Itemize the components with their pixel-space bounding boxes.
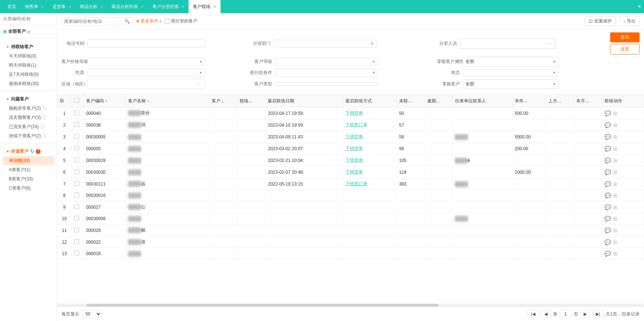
status-select[interactable]: ▼ [463,69,559,77]
more-conditions-btn[interactable]: ▼ 更多条件 ∧ [136,18,162,24]
sidebar-item-churned[interactable]: 已流失客户(24) ⓘ [3,122,54,131]
tab-home[interactable]: 首页 [3,0,21,13]
customer-level-select[interactable]: ▼ [275,58,378,66]
sidebar-item-class-c[interactable]: C类客户(6) [3,184,54,193]
sidebar-item-hoarding-abnormal[interactable]: 囤购异常客户(2) ⓘ [3,104,54,113]
manager-dots-icon[interactable]: ··· [545,40,553,47]
row-checkbox[interactable] [74,146,79,151]
grid-action-icon[interactable]: ⊞ [613,204,617,210]
row-checkbox[interactable] [74,110,79,115]
last-method-link[interactable]: 下销售订单 [345,122,367,127]
close-all-button[interactable]: × [638,3,641,10]
message-icon[interactable]: 💬 [605,239,611,245]
manager-select[interactable]: ··· [460,38,556,49]
grid-action-icon[interactable]: ⊞ [613,216,617,222]
last-page-button[interactable]: ▶| [592,310,603,318]
grid-action-icon[interactable]: ⊞ [613,227,617,233]
sidebar-item-class-b[interactable]: B类客户(33) [3,174,54,184]
row-checkbox[interactable] [74,134,79,139]
pending-contact-header[interactable]: ▼ 待联络客户 [3,42,54,52]
last-method-link[interactable]: 下销售订单 [345,181,367,186]
grid-action-icon[interactable]: ⊞ [613,146,617,152]
select-all-checkbox[interactable] [74,98,79,103]
region-select[interactable]: ··· [87,79,205,89]
message-icon[interactable]: 💬 [605,158,611,163]
price-level-select[interactable]: ▼ [87,58,205,66]
dept-select[interactable]: ▼ [274,40,377,47]
page-number-input[interactable] [560,310,571,318]
per-page-select[interactable]: 50 100 [81,310,102,318]
row-checkbox[interactable] [74,227,79,232]
problem-customers-header[interactable]: ▼ 问题客户 [3,95,54,104]
close-customer-segment-tab[interactable]: × [182,0,184,13]
row-checkbox[interactable] [74,158,79,162]
horizontal-scrollbar[interactable] [57,304,644,307]
tab-customer-contact[interactable]: 客户联络 × [189,0,220,13]
sort-name-icon[interactable]: ⇅ [147,99,149,103]
grid-action-icon[interactable]: ⊞ [613,181,617,187]
tab-purchase[interactable]: 进货单 × [48,0,75,13]
tab-goods-analysis-list[interactable]: 商品分析列表 × [107,0,148,13]
message-icon[interactable]: 💬 [605,181,611,187]
first-page-button[interactable]: |◀ [528,310,539,318]
message-icon[interactable]: 💬 [605,146,611,152]
search-input[interactable] [64,19,123,24]
close-customer-contact-tab[interactable]: × [214,0,216,13]
scroll-thumb[interactable] [87,304,439,307]
grid-action-icon[interactable]: ⊞ [613,239,617,245]
row-checkbox[interactable] [74,204,79,209]
sidebar-item-today-pending[interactable]: 今天待联络(0) [3,52,54,61]
reset-button[interactable]: 设置 [610,44,640,54]
value-customers-header[interactable]: ▼ 价值客户 ↻ ! [3,147,54,156]
grid-action-icon[interactable]: ⊞ [613,110,617,116]
message-icon[interactable]: 💬 [605,204,611,210]
region-dots-icon[interactable]: ··· [195,81,203,87]
row-checkbox[interactable] [74,251,79,255]
message-icon[interactable]: 💬 [605,122,611,128]
export-button[interactable]: ↑ 导出 [619,16,640,26]
retail-customer-select[interactable]: 全部 ▼ [463,79,559,89]
grid-action-icon[interactable]: ⊞ [613,122,617,128]
sidebar-item-tomorrow-pending[interactable]: 明天待联络(1) [3,61,54,70]
nature-select[interactable]: ▼ [87,69,205,77]
close-goods-analysis-list-tab[interactable]: × [141,0,143,13]
row-checkbox[interactable] [74,181,79,186]
tab-customer-segment[interactable]: 客户分层经客 × [148,0,189,13]
next-page-button[interactable]: ▶ [580,310,590,318]
my-customers-checkbox[interactable] [165,19,169,24]
sidebar-item-churn-warning[interactable]: 流失预警客户(3) ⓘ [3,113,54,122]
message-icon[interactable]: 💬 [605,227,611,233]
customer-type-select[interactable] [275,82,378,86]
grid-action-icon[interactable]: ⊞ [613,251,617,257]
tab-sales[interactable]: 销售单 × [21,0,48,13]
batch-ops-button[interactable]: ☑ 批量操作 [585,16,616,26]
message-icon[interactable]: 💬 [605,251,611,257]
sidebar-item-7day-pending[interactable]: 近7天待联络(0) [3,70,54,79]
prev-page-button[interactable]: ◀ [541,310,551,318]
search-icon[interactable]: 🔍 [124,19,130,24]
grid-action-icon[interactable]: ⊞ [613,193,617,198]
sidebar-item-class-a[interactable]: A类客户(1) [3,165,54,174]
tab-goods-analysis[interactable]: 商品分析 × [75,0,107,13]
my-customers-toggle[interactable]: 我分管的客户 [165,18,197,24]
payment-select[interactable]: ▼ [275,69,378,77]
close-purchase-tab[interactable]: × [68,0,71,13]
close-sales-tab[interactable]: × [41,0,43,13]
grid-action-icon[interactable]: ⊞ [613,169,617,175]
sidebar-item-overdue-pending[interactable]: 逾期未联络(30) [3,79,54,88]
row-checkbox[interactable] [74,122,79,127]
message-icon[interactable]: 💬 [605,193,611,198]
message-icon[interactable]: 💬 [605,169,611,175]
message-icon[interactable]: 💬 [605,216,611,222]
last-method-link[interactable]: 下销货单 [345,169,363,174]
row-checkbox[interactable] [74,193,79,197]
last-method-link[interactable]: 下销货单 [345,110,363,116]
last-method-link[interactable]: 下销货单 [345,146,363,151]
query-button[interactable]: 查询 [610,32,640,42]
row-checkbox[interactable] [74,239,79,244]
refresh-icon[interactable]: ↻ [30,149,34,154]
row-checkbox[interactable] [74,216,79,221]
settings-gear-icon[interactable]: ⚙ [59,98,64,104]
sidebar-item-ungrouped[interactable]: 未分组(32) [3,156,54,165]
phone-input[interactable] [87,39,205,48]
